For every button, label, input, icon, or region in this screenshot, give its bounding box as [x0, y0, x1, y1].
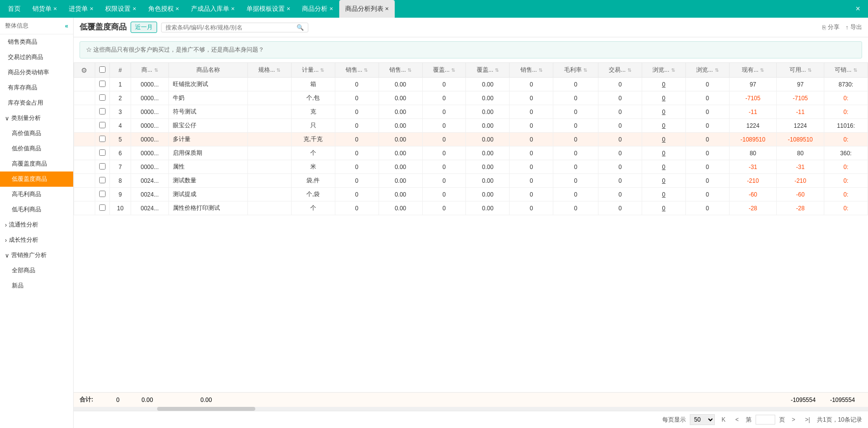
- sidebar-collapse-icon[interactable]: «: [65, 23, 68, 29]
- row-gear-2: [74, 105, 95, 119]
- th-spec[interactable]: 规格... ⇅: [247, 63, 291, 78]
- nav-home[interactable]: 首页: [2, 0, 27, 18]
- th-sales3[interactable]: 销售... ⇅: [510, 63, 553, 78]
- row-code-2: 0000...: [131, 105, 169, 119]
- search-input[interactable]: [165, 24, 297, 31]
- sidebar-group-marketing[interactable]: ∨ 营销推广分析: [0, 248, 73, 263]
- row-checkbox-2[interactable]: [95, 105, 109, 119]
- row-available-8: -60: [777, 188, 824, 201]
- row-checkbox-7[interactable]: [95, 174, 109, 188]
- row-unit-3: 只: [291, 119, 335, 133]
- row-checkbox-1[interactable]: [95, 91, 109, 105]
- th-unit[interactable]: 计量... ⇅: [291, 63, 335, 78]
- th-sales2[interactable]: 销售... ⇅: [379, 63, 422, 78]
- share-button[interactable]: ⎘ 分享: [822, 23, 840, 31]
- select-all-checkbox[interactable]: [99, 66, 106, 73]
- sidebar-item-high-coverage[interactable]: 高覆盖度商品: [0, 156, 73, 171]
- th-cover2[interactable]: 覆盖... ⇅: [466, 63, 510, 78]
- row-check-3[interactable]: [99, 122, 106, 128]
- row-checkbox-0[interactable]: [95, 78, 109, 91]
- nav-analysis[interactable]: 商品分析 ×: [296, 0, 339, 18]
- prev-prev-button[interactable]: K: [719, 415, 729, 424]
- row-check-7[interactable]: [99, 177, 106, 183]
- sidebar-group-growth[interactable]: › 成长性分析: [0, 232, 73, 248]
- row-code-3: 0000...: [131, 119, 169, 133]
- row-check-4[interactable]: [99, 136, 106, 142]
- th-cover1[interactable]: 覆盖... ⇅: [422, 63, 466, 78]
- gear-icon[interactable]: ⚙: [81, 66, 87, 74]
- row-check-8[interactable]: [99, 191, 106, 197]
- row-check-5[interactable]: [99, 149, 106, 156]
- sidebar-item-all-goods[interactable]: 全部商品: [0, 263, 73, 278]
- nav-analysis-list[interactable]: 商品分析列表 ×: [339, 0, 395, 18]
- nav-template[interactable]: 单据模板设置 ×: [241, 0, 296, 18]
- sidebar-item-high-gross[interactable]: 高毛利商品: [0, 187, 73, 202]
- row-check-0[interactable]: [99, 81, 106, 87]
- sidebar-item-low-value[interactable]: 低价值商品: [0, 141, 73, 156]
- row-browse1-6[interactable]: 0: [642, 160, 685, 174]
- th-code[interactable]: 商... ⇅: [131, 63, 169, 78]
- prev-button[interactable]: <: [732, 415, 742, 424]
- th-sellable[interactable]: 可销... ⇅: [824, 63, 868, 78]
- nav-warehouse[interactable]: 产成品入库单 ×: [185, 0, 241, 18]
- row-browse1-8[interactable]: 0: [642, 188, 685, 201]
- sidebar-item-stocked-goods[interactable]: 有库存商品: [0, 80, 73, 95]
- sidebar-item-inventory-capital[interactable]: 库存资金占用: [0, 95, 73, 111]
- th-trans[interactable]: 交易... ⇅: [598, 63, 642, 78]
- row-browse1-2[interactable]: 0: [642, 105, 685, 119]
- sidebar-item-traded-goods[interactable]: 交易过的商品: [0, 50, 73, 65]
- nav-sales[interactable]: 销货单 ×: [27, 0, 63, 18]
- row-checkbox-9[interactable]: [95, 201, 109, 215]
- row-browse1-4[interactable]: 0: [642, 133, 685, 146]
- row-cover2-0: 0.00: [466, 78, 510, 91]
- next-label: 页: [779, 416, 785, 424]
- sidebar-item-low-gross[interactable]: 低毛利商品: [0, 202, 73, 217]
- th-name[interactable]: 商品名称: [168, 63, 247, 78]
- time-filter-button[interactable]: 近一月: [131, 22, 157, 33]
- row-browse1-7[interactable]: 0: [642, 174, 685, 188]
- row-check-2[interactable]: [99, 108, 106, 114]
- row-checkbox-3[interactable]: [95, 119, 109, 133]
- row-browse1-9[interactable]: 0: [642, 201, 685, 215]
- nav-purchase[interactable]: 进货单 ×: [63, 0, 99, 18]
- th-browse1[interactable]: 浏览... ⇅: [642, 63, 685, 78]
- nav-permission[interactable]: 权限设置 ×: [99, 0, 142, 18]
- th-num[interactable]: #: [109, 63, 131, 78]
- next-next-button[interactable]: >|: [802, 415, 813, 424]
- row-check-1[interactable]: [99, 94, 106, 101]
- nav-close-button[interactable]: ×: [850, 4, 866, 13]
- sidebar-item-new-goods[interactable]: 新品: [0, 278, 73, 293]
- th-gross[interactable]: 毛利率 ⇅: [553, 63, 598, 78]
- scrollbar-thumb[interactable]: [157, 407, 255, 411]
- th-sales1[interactable]: 销售... ⇅: [335, 63, 379, 78]
- row-browse2-3: 0: [685, 119, 729, 133]
- th-current[interactable]: 现有... ⇅: [729, 63, 777, 78]
- row-checkbox-5[interactable]: [95, 146, 109, 160]
- sidebar-group-flow[interactable]: › 流通性分析: [0, 217, 73, 232]
- row-check-9[interactable]: [99, 204, 106, 211]
- row-check-6[interactable]: [99, 163, 106, 170]
- row-browse1-3[interactable]: 0: [642, 119, 685, 133]
- nav-role[interactable]: 角色授权 ×: [142, 0, 185, 18]
- row-checkbox-8[interactable]: [95, 188, 109, 201]
- row-checkbox-6[interactable]: [95, 160, 109, 174]
- row-browse1-1[interactable]: 0: [642, 91, 685, 105]
- th-browse2[interactable]: 浏览... ⇅: [685, 63, 729, 78]
- row-browse1-5[interactable]: 0: [642, 146, 685, 160]
- per-page-select[interactable]: 50 100 200: [690, 414, 715, 425]
- next-button[interactable]: >: [789, 415, 798, 424]
- sidebar-group-category[interactable]: ∨ 类别量分析: [0, 111, 73, 126]
- row-cover1-6: 0: [422, 160, 466, 174]
- row-checkbox-4[interactable]: [95, 133, 109, 146]
- th-gear[interactable]: ⚙: [74, 63, 95, 78]
- row-browse1-0[interactable]: 0: [642, 78, 685, 91]
- sidebar-item-low-coverage[interactable]: 低覆盖度商品: [0, 171, 73, 187]
- sidebar-item-high-value[interactable]: 高价值商品: [0, 126, 73, 141]
- sidebar-item-category-rate[interactable]: 商品分类动销率: [0, 65, 73, 80]
- row-num-5: 6: [109, 146, 131, 160]
- export-button[interactable]: ↑ 导出: [845, 23, 862, 31]
- search-box[interactable]: 🔍: [161, 23, 308, 32]
- th-available[interactable]: 可用... ⇅: [777, 63, 824, 78]
- page-input[interactable]: 1: [756, 415, 775, 425]
- sidebar-item-sales-goods[interactable]: 销售类商品: [0, 34, 73, 50]
